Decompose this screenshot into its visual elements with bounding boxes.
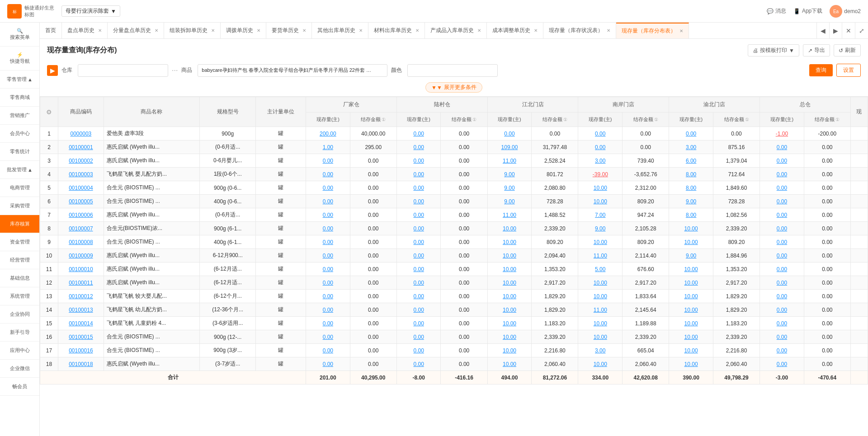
tab-next-btn[interactable]: ▶ [829,23,842,39]
code-link[interactable]: 00100002 [69,158,93,164]
color-input[interactable] [407,64,498,77]
setting-btn[interactable]: 设置 [836,64,861,77]
warehouse-input[interactable] [78,64,168,77]
code-link[interactable]: 00100005 [69,198,93,205]
user-avatar-btn[interactable]: Ea demo2 [830,5,861,18]
code-link[interactable]: 00100003 [69,171,93,178]
code-link[interactable]: 00100010 [69,266,93,272]
cell-zongcang-amt: 0.00 [804,195,850,208]
cell-jiangbei-qty: 9.00 [487,195,532,208]
close-icon[interactable]: ✕ [98,28,102,33]
gear-icon[interactable]: ⚙ [46,108,52,116]
tab-prev-btn[interactable]: ◀ [816,23,829,39]
info-icon-4[interactable]: ① [654,117,658,122]
app-download-btn[interactable]: 📱 App下载 [793,7,822,15]
tab-home[interactable]: 首页 [40,23,62,39]
sidebar-item-marketing[interactable]: 营销推广 [0,107,39,125]
code-link[interactable]: 00100012 [69,293,93,300]
code-link[interactable]: 00100014 [69,320,93,327]
code-link[interactable]: 00100008 [69,239,93,245]
cell-extra [850,263,868,276]
code-link[interactable]: 00100001 [69,144,93,150]
summary-lucuncang-qty: -8.00 [396,371,441,384]
message-btn[interactable]: 💬 消息 [767,7,786,15]
code-link[interactable]: 00100015 [69,334,93,340]
sidebar-item-retail-stats[interactable]: 零售统计 [0,143,39,161]
tab-transfer-history[interactable]: 调拨单历史 ✕ [221,23,266,39]
cell-yubei-qty: 10.00 [669,317,713,330]
sidebar-item-finance[interactable]: 资金管理 [0,233,39,251]
code-link[interactable]: 00100013 [69,307,93,313]
cell-zongcang-qty: 0.00 [760,154,804,168]
industry-selector[interactable]: 母婴行业演示陈套 ▼ [61,5,120,17]
sidebar-item-shortcuts[interactable]: ⚡ 快捷导航 [0,47,39,70]
sidebar-item-wechat[interactable]: 企业微信 [0,360,39,378]
tab-assembly-history[interactable]: 组装拆卸单历史 ✕ [164,23,221,39]
info-icon-3[interactable]: ① [563,117,567,122]
close-icon-8[interactable]: ✕ [477,28,481,33]
sidebar-item-members-club[interactable]: 畅会员 [0,378,39,396]
close-icon-9[interactable]: ✕ [534,28,538,33]
print-btn[interactable]: 🖨 按模板打印 ▼ [748,44,799,56]
tab-stock-distribution[interactable]: 现存量（库存分布表） ✕ [616,23,689,39]
tab-close-btn[interactable]: ✕ [842,23,855,39]
tab-finished-inbound[interactable]: 产成品入库单历史 ✕ [425,23,487,39]
code-link[interactable]: 00100018 [69,361,93,367]
cell-jiangbei-amt: 2,339.20 [532,222,578,235]
info-icon-5[interactable]: ① [745,117,749,122]
close-icon-5[interactable]: ✕ [302,28,306,33]
close-icon-7[interactable]: ✕ [415,28,419,33]
code-link[interactable]: 0000003 [71,131,92,137]
sidebar-item-wholesale[interactable]: 批发管理 ▲ [0,161,39,179]
tab-expand-btn[interactable]: ⤢ [855,23,868,39]
warehouse-dots[interactable]: ··· [172,66,178,75]
refresh-btn[interactable]: ↺ 刷新 [834,44,861,56]
tab-stocktake-history[interactable]: 盘点单历史 ✕ [62,23,108,39]
code-link[interactable]: 00100011 [69,280,93,286]
code-link[interactable]: 00100009 [69,253,93,259]
sidebar-item-cooperation[interactable]: 企业协同 [0,305,39,323]
sidebar-item-member[interactable]: 会员中心 [0,125,39,143]
info-icon-1[interactable]: ① [382,117,386,122]
code-link[interactable]: 00100006 [69,212,93,218]
sidebar-item-inventory[interactable]: 库存核算 [0,215,39,233]
expand-more-btn[interactable]: ▼▼ 展开更多条件 [425,82,482,93]
search-btn[interactable]: 查询 [809,64,833,76]
sidebar-item-apps[interactable]: 应用中心 [0,342,39,360]
tab-material-outbound[interactable]: 材料出库单历史 ✕ [368,23,425,39]
tab-stock-status[interactable]: 现存量（库存状况表） ✕ [543,23,616,39]
code-link[interactable]: 00100004 [69,185,93,191]
tab-order-history[interactable]: 要货单历史 ✕ [266,23,312,39]
close-icon-6[interactable]: ✕ [359,28,363,33]
tab-other-outbound[interactable]: 其他出库单历史 ✕ [312,23,368,39]
close-icon-11[interactable]: ✕ [679,28,683,33]
close-icon-3[interactable]: ✕ [211,28,215,33]
cell-changjiacao-qty: 0.00 [306,222,350,235]
sidebar-item-system[interactable]: 系统管理 [0,287,39,305]
cell-extra [850,290,868,303]
cell-extra [850,127,868,141]
code-link[interactable]: 00100007 [69,225,93,232]
sidebar-item-search[interactable]: 🔍 搜索英单 [0,23,39,47]
sidebar-item-ecommerce[interactable]: 电商管理 [0,179,39,197]
info-icon-6[interactable]: ① [835,117,840,122]
sidebar-item-newbie[interactable]: 新手引导 [0,323,39,342]
close-icon-4[interactable]: ✕ [257,28,260,33]
sidebar-item-purchase[interactable]: 采购管理 [0,197,39,215]
tab-branch-stocktake[interactable]: 分量盘点单历史 ✕ [108,23,164,39]
sidebar-item-retail-mgmt[interactable]: 零售管理 ▲ [0,70,39,89]
product-input[interactable] [198,64,387,77]
code-link[interactable]: 00100016 [69,347,93,354]
table-container[interactable]: ⚙ 商品编码 商品名称 规格型号 主计量单位 厂家仓 陆村仓 江北门店 南岸门店… [40,97,868,436]
close-icon-2[interactable]: ✕ [155,28,158,33]
cell-yubei-amt: 0.00 [713,127,760,141]
tab-cost-adjust[interactable]: 成本调整单历史 ✕ [487,23,543,39]
close-icon-10[interactable]: ✕ [607,28,610,33]
filter-expand-btn[interactable]: ▶ [47,65,58,76]
export-btn[interactable]: ↗ 导出 [803,44,830,56]
info-icon-2[interactable]: ① [472,117,476,122]
sidebar-item-basic-info[interactable]: 基础信息 [0,269,39,287]
sidebar-item-operations[interactable]: 经营管理 [0,251,39,269]
th-jiangbei: 江北门店 [487,97,578,113]
sidebar-item-retail-shop[interactable]: 零售商域 [0,89,39,107]
